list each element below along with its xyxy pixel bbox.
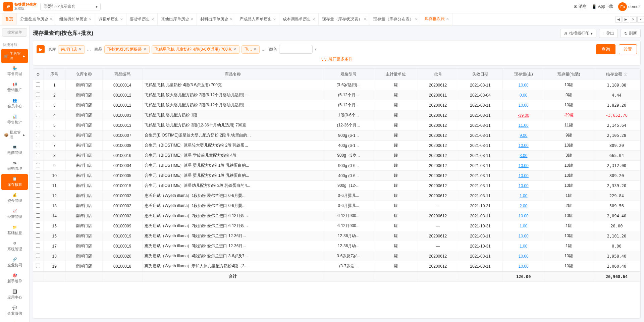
nav-arrow-left[interactable]: ◀ <box>615 16 622 23</box>
remove-product-tag-1[interactable]: ✕ <box>143 47 147 52</box>
tab-5[interactable]: 其他出库单历史 ✕ <box>158 13 197 25</box>
cell-qty-main[interactable]: 10.00 <box>503 231 544 241</box>
sidebar-item-retail-stats[interactable]: 📊 零售统计 <box>1 112 28 127</box>
product-tag-more[interactable]: 飞... ✕ <box>241 45 260 54</box>
nav-arrow-close[interactable]: ✕ <box>630 16 637 23</box>
close-tab-1[interactable]: ✕ <box>50 17 52 21</box>
sidebar-item-marketing[interactable]: 📢 营销推广 <box>1 79 28 95</box>
row-checkbox[interactable] <box>36 254 40 258</box>
close-tab-7[interactable]: ✕ <box>273 17 276 21</box>
cell-checkbox[interactable] <box>33 141 43 151</box>
cell-checkbox[interactable] <box>33 251 43 261</box>
row-checkbox[interactable] <box>36 163 40 167</box>
tab-4[interactable]: 要货单历史 ✕ <box>126 13 158 25</box>
settings-btn[interactable]: 设置 <box>619 44 637 54</box>
cell-qty-main[interactable]: 10.00 <box>503 171 544 181</box>
row-checkbox[interactable] <box>36 83 40 87</box>
tab-2[interactable]: 组装拆卸单历史 ✕ <box>56 13 95 25</box>
cell-qty-main[interactable]: 1.00 <box>503 191 544 201</box>
query-btn[interactable]: 查询 <box>596 44 615 54</box>
cell-qty-main[interactable]: 10.00 <box>503 181 544 191</box>
sidebar-item-inventory[interactable]: 📋 库存核算 <box>1 174 28 190</box>
cell-checkbox[interactable] <box>33 241 43 251</box>
nav-arrow-right[interactable]: ▶ <box>623 16 629 23</box>
cell-qty-main[interactable]: 10.00 <box>503 211 544 221</box>
color-dropdown-icon[interactable]: ▾ <box>315 47 317 52</box>
close-tab-5[interactable]: ✕ <box>191 17 193 21</box>
cell-qty-main[interactable]: -39.00 <box>503 110 544 120</box>
cell-checkbox[interactable] <box>33 90 43 100</box>
close-tab-10[interactable]: ✕ <box>415 17 418 21</box>
row-checkbox[interactable] <box>36 153 40 157</box>
cell-checkbox[interactable] <box>33 80 43 90</box>
tab-10[interactable]: 现存量（库存分布表） ✕ <box>370 13 421 25</box>
sidebar-item-member[interactable]: 👥 会员中心 <box>1 96 28 111</box>
close-tab-4[interactable]: ✕ <box>151 17 154 21</box>
row-checkbox[interactable] <box>36 93 40 97</box>
product-tag-2[interactable]: 飞鹤星飞帆 儿童奶粉 4段(3-6岁适用) 700克 ✕ <box>152 45 239 54</box>
tab-9[interactable]: 现存量（库存状况表） ✕ <box>319 13 370 25</box>
remove-product-more[interactable]: ✕ <box>253 47 257 52</box>
sidebar-item-wechat[interactable]: 💬 企业微信 <box>1 303 28 319</box>
row-checkbox[interactable] <box>36 173 40 177</box>
sidebar-item-appstore[interactable]: 🔲 应用中心 <box>1 287 28 303</box>
sidebar-item-finance[interactable]: 💰 资金管理 <box>1 190 28 206</box>
cell-qty-main[interactable]: 10.00 <box>503 251 544 261</box>
messages-btn[interactable]: ✉ 消息 <box>574 4 587 9</box>
row-checkbox[interactable] <box>36 244 40 248</box>
cell-qty-main[interactable]: 10.00 <box>503 141 544 151</box>
row-checkbox[interactable] <box>36 213 40 218</box>
warehouse-tag[interactable]: 南岸门店 ✕ <box>58 45 85 54</box>
row-checkbox[interactable] <box>36 264 40 268</box>
cell-checkbox[interactable] <box>33 191 43 201</box>
print-btn[interactable]: 🖨 按模板打印 ▾ <box>560 29 596 38</box>
cell-checkbox[interactable] <box>33 100 43 110</box>
cell-checkbox[interactable] <box>33 110 43 120</box>
search-menu-btn[interactable]: 搜索菜单 <box>2 28 27 37</box>
close-tab-6[interactable]: ✕ <box>230 17 232 21</box>
cell-checkbox[interactable] <box>33 261 43 272</box>
cell-qty-main[interactable]: 0.00 <box>503 90 544 100</box>
sidebar-item-purchase[interactable]: 🛍 采购管理 <box>1 158 28 174</box>
cell-checkbox[interactable] <box>33 221 43 231</box>
row-checkbox[interactable] <box>36 113 40 117</box>
cell-qty-main[interactable]: 10.00 <box>503 80 544 90</box>
col-settings[interactable]: ⚙ <box>33 69 43 80</box>
user-avatar[interactable]: Ea demo2 <box>618 2 641 11</box>
warehouse-more[interactable]: … <box>87 47 91 52</box>
remove-product-tag-2[interactable]: ✕ <box>233 47 236 52</box>
color-input[interactable] <box>279 45 313 54</box>
cell-checkbox[interactable] <box>33 211 43 221</box>
cell-checkbox[interactable] <box>33 171 43 181</box>
cell-qty-main[interactable]: 10.00 <box>503 261 544 272</box>
tab-7[interactable]: 产成品入库单历史 ✕ <box>236 13 279 25</box>
tab-1[interactable]: 分量盘点单历史 ✕ <box>17 13 56 25</box>
cell-checkbox[interactable] <box>33 201 43 211</box>
close-tab-2[interactable]: ✕ <box>89 17 92 21</box>
tab-6[interactable]: 材料出库单历史 ✕ <box>197 13 236 25</box>
filter-expand-btn[interactable]: ∨∨ 展开更多条件 <box>37 56 637 62</box>
tab-11[interactable]: 库存批次账 ✕ <box>421 13 452 25</box>
row-checkbox[interactable] <box>36 133 40 137</box>
sidebar-item-system[interactable]: ⚙ 系统管理 <box>1 238 28 254</box>
tab-3[interactable]: 调拨单历史 ✕ <box>95 13 126 25</box>
cell-qty-main[interactable]: 10.00 <box>503 161 544 171</box>
sidebar-item-vip[interactable]: ⭐ 畅会员 <box>1 319 28 322</box>
sidebar-item-collab[interactable]: 🔗 企业协同 <box>1 255 28 270</box>
remove-warehouse-tag[interactable]: ✕ <box>78 47 82 52</box>
cell-checkbox[interactable] <box>33 120 43 130</box>
nav-arrow-menu[interactable]: ▾ <box>637 16 644 23</box>
row-checkbox[interactable] <box>36 103 40 107</box>
product-more-dots[interactable]: … <box>262 47 266 52</box>
row-checkbox[interactable] <box>36 183 40 187</box>
row-checkbox[interactable] <box>36 143 40 147</box>
cell-qty-main[interactable]: 1.00 <box>503 241 544 251</box>
account-selector[interactable]: 母婴行业演示账套 ▾ <box>40 3 101 10</box>
sidebar-item-wholesale[interactable]: 📦 批发管理 ▸ <box>1 128 28 142</box>
row-checkbox[interactable] <box>36 123 40 127</box>
cell-checkbox[interactable] <box>33 161 43 171</box>
cell-checkbox[interactable] <box>33 231 43 241</box>
cell-qty-main[interactable]: 11.00 <box>503 120 544 130</box>
sidebar-item-basic-info[interactable]: 📁 基础信息 <box>1 222 28 238</box>
tab-8[interactable]: 成本调整单历史 ✕ <box>279 13 319 25</box>
